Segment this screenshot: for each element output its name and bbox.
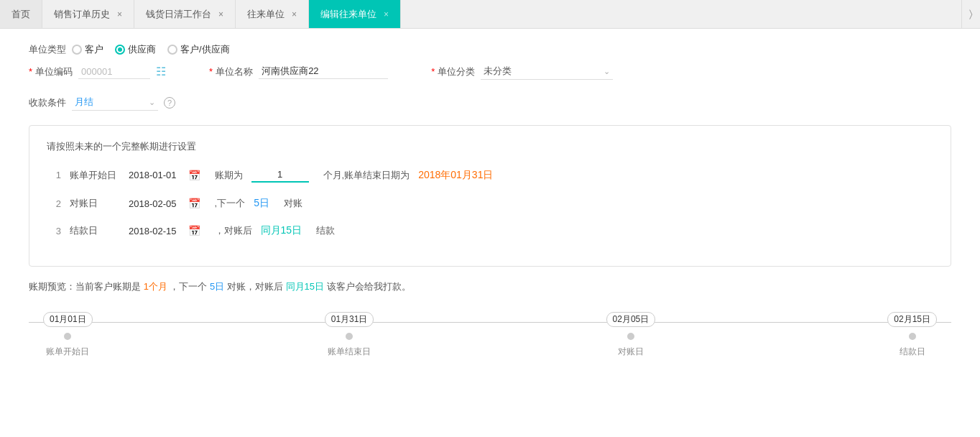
tab-bar: 首页 销售订单历史 × 钱货日清工作台 × 往来单位 × 编辑往来单位 × 〉 [0,0,980,29]
timeline-sub-2: 对账日 [618,346,644,358]
tab-sales-history[interactable]: 销售订单历史 × [42,0,134,28]
row-desc-suffix-3: 结款 [316,224,335,237]
period-input[interactable] [251,167,309,183]
payment-day: 同月15日 [261,224,302,237]
row-num-3: 3 [47,226,61,236]
unit-code-input[interactable] [78,65,150,79]
timeline-date-3: 02月15日 [887,312,937,327]
unit-code-group: 单位编码 ☷ [29,65,166,79]
radio-customer-supplier[interactable]: 客户/供应商 [167,43,230,56]
timeline-dot-3 [909,333,916,340]
unit-info-row: 单位编码 ☷ 单位名称 单位分类 未分类 ⌄ [29,63,951,80]
unit-type-row: 单位类型 客户 供应商 客户/供应商 [29,43,951,56]
period-end-date: 2018年01月31日 [418,169,493,182]
row-date-3: 2018-02-15 [129,226,177,236]
tab-close-edit-partner[interactable]: × [384,9,389,19]
unit-category-chevron: ⌄ [604,67,610,76]
unit-name-input[interactable] [259,65,388,79]
timeline-sub-3: 结款日 [900,346,925,358]
unit-type-field: 单位类型 客户 供应商 客户/供应商 [29,43,230,56]
radio-circle-supplier [115,45,125,55]
timeline-point-3: 02月15日 结款日 [887,312,937,358]
timeline-dot-2 [627,333,634,340]
row-key-3: 结款日 [70,224,120,237]
help-icon[interactable]: ? [164,97,175,109]
row-desc-prefix-1: 账期为 [215,169,243,182]
detail-row-2: 2 对账日 2018-02-05 📅 ,下一个 5日 对账 [47,197,933,210]
tab-edit-partner[interactable]: 编辑往来单位 × [309,0,401,28]
row-desc-prefix-3: ，对账后 [215,224,252,237]
row-num-2: 2 [47,198,61,209]
preview-payment: 同月15日 [286,281,324,292]
timeline-date-2: 02月05日 [606,312,656,327]
section-title: 请按照未来的一个完整帐期进行设置 [47,140,933,153]
unit-type-label: 单位类型 [29,43,66,56]
unit-category-group: 单位分类 未分类 ⌄ [431,63,613,80]
preview-mid2: 对账，对账后 [227,281,283,292]
tab-overflow-arrow[interactable]: 〉 [961,0,980,28]
cal-icon-1[interactable]: 📅 [188,170,200,181]
preview-mid1: ，下一个 [170,281,207,292]
preview-suffix: 该客户会给我打款。 [327,281,411,292]
row-desc-suffix-1: 个月,账单结束日期为 [323,169,410,182]
tab-close-partner[interactable]: × [292,9,297,19]
row-date-2: 2018-02-05 [129,198,177,209]
unit-code-label: 单位编码 [29,65,73,78]
period-settings-box: 请按照未来的一个完整帐期进行设置 1 账单开始日 2018-01-01 📅 账期… [29,125,951,267]
cal-icon-3[interactable]: 📅 [188,225,200,236]
payment-condition-row: 收款条件 月结 ⌄ ? [29,94,951,111]
reconcile-day: 5日 [254,197,269,210]
unit-category-label: 单位分类 [431,65,475,78]
preview-reconcile: 5日 [210,281,224,292]
tab-cash-work[interactable]: 钱货日清工作台 × [134,0,236,28]
radio-circle-customer [72,45,82,55]
unit-name-group: 单位名称 [209,65,388,79]
timeline-point-0: 01月01日 账单开始日 [43,312,93,358]
timeline-points: 01月01日 账单开始日 01月31日 账单结束日 02月05日 对账日 02月… [43,312,937,358]
timeline-dot-1 [346,333,353,340]
payment-condition-label: 收款条件 [29,96,66,109]
unit-category-select[interactable]: 未分类 ⌄ [481,63,613,80]
preview-period: 1个月 [144,281,167,292]
preview-text: 账期预览：当前客户账期是 1个月 ，下一个 5日 对账，对账后 同月15日 该客… [29,278,951,295]
row-date-1: 2018-01-01 [129,170,177,180]
main-content: 单位类型 客户 供应商 客户/供应商 单位编码 ☷ [0,29,980,437]
timeline-date-0: 01月01日 [43,312,93,327]
tab-partner[interactable]: 往来单位 × [236,0,309,28]
tab-close-sales-history[interactable]: × [117,9,122,19]
unit-code-copy-icon[interactable]: ☷ [156,65,166,78]
cal-icon-2[interactable]: 📅 [188,198,200,209]
payment-condition-select[interactable]: 月结 ⌄ [72,94,158,111]
radio-circle-customer-supplier [167,45,177,55]
payment-condition-value: 月结 [75,96,93,109]
row-desc-suffix-2: 对账 [284,197,302,210]
detail-row-3: 3 结款日 2018-02-15 📅 ，对账后 同月15日 结款 [47,224,933,237]
timeline-sub-1: 账单结束日 [328,346,371,358]
timeline-sub-0: 账单开始日 [46,346,89,358]
radio-group: 客户 供应商 客户/供应商 [72,43,230,56]
payment-condition-chevron: ⌄ [149,98,155,107]
timeline-section: 01月01日 账单开始日 01月31日 账单结束日 02月05日 对账日 02月… [29,312,951,358]
row-num-1: 1 [47,170,61,180]
row-desc-prefix-2: ,下一个 [215,197,246,210]
radio-customer[interactable]: 客户 [72,43,103,56]
radio-supplier[interactable]: 供应商 [115,43,156,56]
unit-category-value: 未分类 [484,65,512,78]
tab-home[interactable]: 首页 [0,0,42,28]
unit-name-label: 单位名称 [209,65,253,78]
row-key-1: 账单开始日 [70,169,120,182]
timeline-point-1: 01月31日 账单结束日 [325,312,374,358]
timeline-point-2: 02月05日 对账日 [606,312,656,358]
preview-label: 账期预览：当前客户账期是 [29,281,141,292]
tab-close-cash-work[interactable]: × [218,9,223,19]
timeline-date-1: 01月31日 [325,312,374,327]
row-key-2: 对账日 [70,197,120,210]
timeline-dot-0 [64,333,71,340]
detail-row-1: 1 账单开始日 2018-01-01 📅 账期为 个月,账单结束日期为 2018… [47,167,933,183]
